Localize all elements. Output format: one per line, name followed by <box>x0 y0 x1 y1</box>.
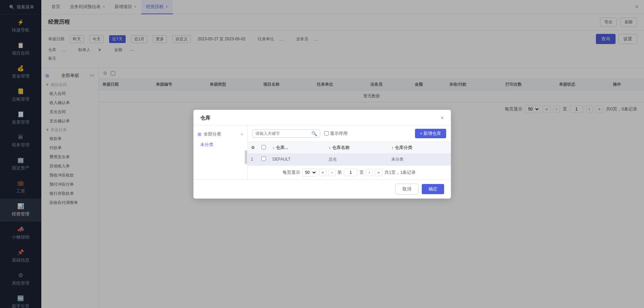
modal-footer: 取消 确定 <box>193 179 451 199</box>
modal-last-page[interactable]: » <box>375 169 382 176</box>
row-category: 未分类 <box>388 153 451 165</box>
col-name-sort-icon: ↕ <box>329 145 331 150</box>
warehouse-modal: 仓库 × ⊞ 全部分类 « 未分类 <box>193 110 451 199</box>
row-code: DEFAULT <box>269 153 326 165</box>
modal-title: 仓库 <box>200 115 210 121</box>
modal-search-icon: 🔍 <box>311 131 317 136</box>
scroll-thumb <box>245 150 247 164</box>
modal-overlay: 仓库 × ⊞ 全部分类 « 未分类 <box>0 0 644 308</box>
show-disabled-label[interactable]: 显示停用 <box>324 130 348 137</box>
modal-table: ⚙ ↕ 仓库... ↕ 仓库名称 <box>248 142 451 165</box>
collapse-left-icon[interactable]: « <box>241 132 243 137</box>
modal-left-scrollbar[interactable] <box>245 150 247 165</box>
modal-search-box: 🔍 <box>252 129 320 138</box>
modal-close-button[interactable]: × <box>440 115 444 122</box>
modal-left-unclassified-label: 未分类 <box>200 142 213 147</box>
col-code-sort-icon: ↕ <box>273 145 275 150</box>
warehouse-table: ⚙ ↕ 仓库... ↕ 仓库名称 <box>248 142 451 165</box>
modal-per-page-select[interactable]: 50 <box>302 168 317 177</box>
modal-search-input[interactable] <box>255 131 311 136</box>
show-disabled-checkbox[interactable] <box>324 131 329 136</box>
modal-page-label: 第 <box>337 169 342 176</box>
modal-col-name[interactable]: ↕ 仓库名称 <box>325 142 388 154</box>
modal-per-page-label: 每页显示 <box>283 169 300 176</box>
modal-col-category[interactable]: ↕ 仓库分类 <box>388 142 451 154</box>
modal-first-page[interactable]: « <box>319 169 327 176</box>
modal-page-suffix: 页 <box>359 169 364 176</box>
modal-total-text: 共1页，1条记录 <box>385 169 416 176</box>
col-category-label: 仓库分类 <box>395 145 412 150</box>
modal-prev-page[interactable]: ‹ <box>329 169 335 176</box>
show-disabled-text: 显示停用 <box>330 130 348 137</box>
modal-left-panel: ⊞ 全部分类 « 未分类 <box>193 125 248 179</box>
modal-pagination: 每页显示 50 « ‹ 第 页 › » 共1页，1条记录 <box>248 165 451 179</box>
cancel-button[interactable]: 取消 <box>395 184 418 194</box>
modal-body: ⊞ 全部分类 « 未分类 <box>193 125 451 179</box>
modal-toolbar: 🔍 显示停用 + 新增仓库 <box>248 125 451 142</box>
modal-header: 仓库 × <box>193 110 451 125</box>
modal-left-all-label: 全部分类 <box>204 131 221 137</box>
modal-col-code[interactable]: ↕ 仓库... <box>269 142 326 154</box>
modal-next-page[interactable]: › <box>366 169 373 176</box>
col-category-sort-icon: ↕ <box>391 145 394 150</box>
modal-right-panel: 🔍 显示停用 + 新增仓库 ⚙ <box>248 125 451 179</box>
grid-icon: ⊞ <box>198 131 202 137</box>
add-warehouse-button[interactable]: + 新增仓库 <box>415 129 446 138</box>
confirm-button[interactable]: 确定 <box>422 184 444 194</box>
row-gear: 1 <box>248 153 258 165</box>
modal-col-gear: ⚙ <box>248 142 258 154</box>
row-name: 总仓 <box>325 153 388 165</box>
modal-select-all[interactable] <box>262 145 266 149</box>
row-checkbox <box>258 153 269 165</box>
modal-left-all-category[interactable]: ⊞ 全部分类 « <box>193 129 247 140</box>
col-name-label: 仓库名称 <box>332 145 350 150</box>
modal-left-unclassified[interactable]: 未分类 <box>193 140 247 150</box>
modal-page-input[interactable] <box>344 169 357 176</box>
modal-col-checkbox <box>258 142 269 154</box>
table-row[interactable]: 1 DEFAULT 总仓 未分类 <box>248 153 451 165</box>
col-code-label: 仓库... <box>276 145 288 150</box>
